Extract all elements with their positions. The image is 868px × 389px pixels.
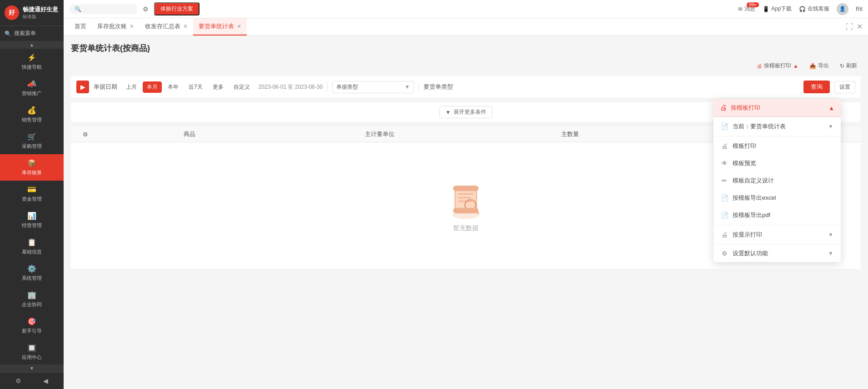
dropdown-print-icon: 🖨 (720, 104, 727, 112)
search-label: 搜索菜单 (14, 30, 36, 37)
sidebar-item-label: 应用中心 (22, 354, 42, 361)
user-avatar[interactable]: 👤 (837, 3, 848, 15)
template-print-icon: 🖨 (721, 142, 728, 150)
messages-badge: 99+ (747, 2, 759, 7)
sidebar-item-finance[interactable]: 💳 资金管理 (0, 181, 64, 207)
date-label: 单据日期 (94, 83, 117, 91)
template-customize-label: 模板自定义设计 (733, 177, 774, 185)
template-icon: 📄 (721, 123, 728, 130)
topbar-search[interactable]: 🔍 (69, 4, 137, 14)
template-export-pdf-item[interactable]: 📄 按模板导出pdf (713, 207, 841, 224)
sidebar-item-label: 新手引导 (22, 328, 42, 334)
tab-inventory-batch[interactable]: 库存批次账 ✕ (92, 18, 140, 35)
tab-maximize-btn[interactable]: ⛶ (846, 23, 853, 31)
display-print-item[interactable]: 🖨 按显示打印 ▼ (713, 226, 841, 243)
settings-footer-btn[interactable]: ⚙ (15, 377, 21, 384)
sidebar-item-quick-nav[interactable]: ⚡ 快捷导航 (0, 49, 64, 75)
type-select[interactable]: 单据类型 ▼ (332, 81, 414, 93)
current-template-label: 当前：要货单统计表 (733, 122, 786, 131)
refresh-btn[interactable]: ↻ 刷新 (836, 60, 861, 71)
marketing-icon: 📣 (27, 80, 36, 88)
last-7-days-btn[interactable]: 近7天 (185, 81, 207, 93)
sidebar-item-label: 营销推广 (22, 90, 42, 97)
expand-label: 展开更多条件 (454, 108, 486, 116)
print-template-btn[interactable]: 🖨 按模板打印 ▲ (753, 60, 802, 71)
settings-btn[interactable]: 设置 (834, 81, 855, 93)
tab-receipt-summary-close[interactable]: ✕ (183, 23, 188, 30)
custom-date-btn[interactable]: 自定义 (229, 81, 254, 93)
sidebar-item-basic[interactable]: 📋 基础信息 (0, 233, 64, 260)
appstore-icon: 🔲 (27, 344, 36, 352)
dropdown-title: 按模板打印 (731, 104, 760, 112)
dropdown-header[interactable]: 🖨 按模板打印 ▲ (713, 99, 841, 117)
sidebar-scroll-down[interactable]: ▼ (0, 364, 64, 372)
query-btn[interactable]: 查询 (803, 81, 830, 93)
sidebar-item-marketing[interactable]: 📣 营销推广 (0, 75, 64, 101)
trial-btn[interactable]: 体验行业方案 (154, 2, 200, 15)
prev-month-btn[interactable]: 上月 (122, 81, 141, 93)
sidebar-item-enterprise[interactable]: 🏢 企业协同 (0, 286, 64, 313)
export-btn[interactable]: 📤 导出 (806, 60, 833, 71)
set-default-label: 设置默认功能 (733, 249, 768, 258)
sidebar-item-appstore[interactable]: 🔲 应用中心 (0, 339, 64, 364)
app-download-btn[interactable]: 📱 App下载 (763, 5, 792, 13)
tab-inventory-batch-close[interactable]: ✕ (130, 23, 134, 30)
current-year-btn[interactable]: 本年 (164, 81, 183, 93)
tab-receipt-summary-label: 收发存汇总表 (145, 22, 180, 30)
tab-home[interactable]: 首页 (69, 18, 92, 35)
col-settings[interactable]: ⚙ (76, 131, 95, 138)
sidebar-item-operations[interactable]: 📊 经营管理 (0, 207, 64, 233)
print-template-label: 按模板打印 (764, 62, 791, 70)
tab-order-stats[interactable]: 要货单统计表 ✕ (193, 18, 247, 35)
template-preview-item[interactable]: 👁 模板预览 (713, 155, 841, 172)
tab-home-label: 首页 (75, 22, 86, 30)
sidebar-footer: ⚙ ◀ (0, 372, 64, 389)
sidebar-item-newbie[interactable]: 🎯 新手引导 (0, 313, 64, 339)
sidebar-scroll-up[interactable]: ▲ (0, 41, 64, 49)
online-service-btn[interactable]: 🎧 在线客服 (799, 5, 829, 13)
quick-nav-icon: ⚡ (27, 53, 36, 62)
enterprise-icon: 🏢 (27, 291, 36, 299)
sidebar: 好 畅捷通好生意 标准版 🔍 搜索菜单 ▲ ⚡ 快捷导航 📣 营销推广 💰 销售… (0, 0, 64, 389)
sidebar-item-label: 库存核算 (22, 169, 42, 176)
empty-text: 暂无数据 (453, 224, 479, 232)
messages-btn[interactable]: ✉ 消息 99+ (738, 5, 755, 13)
username-label: Rit (856, 6, 863, 12)
template-export-excel-item[interactable]: 📄 按模板导出excel (713, 189, 841, 207)
sidebar-item-purchase[interactable]: 🛒 采购管理 (0, 128, 64, 154)
set-default-item[interactable]: ⚙ 设置默认功能 ▼ (713, 245, 841, 262)
basic-icon: 📋 (27, 238, 36, 247)
date-buttons: 上月 本月 本年 近7天 更多 自定义 (122, 81, 254, 93)
template-actions-section: 🖨 模板打印 👁 模板预览 ✏ 模板自定义设计 📄 按模板导出excel 📄 (713, 136, 841, 225)
system-icon: ⚙️ (27, 264, 36, 273)
sidebar-search[interactable]: 🔍 搜索菜单 (0, 26, 64, 41)
template-print-item[interactable]: 🖨 模板打印 (713, 137, 841, 155)
order-type-label: 要货单类型 (424, 83, 453, 91)
sidebar-item-inventory[interactable]: 📦 库存核算 (0, 154, 64, 181)
topbar-gear-btn[interactable]: ⚙ (143, 5, 149, 13)
service-icon: 🎧 (799, 6, 806, 12)
sidebar-item-system[interactable]: ⚙️ 系统管理 (0, 260, 64, 286)
sidebar-item-sales[interactable]: 💰 销售管理 (0, 101, 64, 128)
dropdown-close-arrow[interactable]: ▲ (828, 105, 834, 111)
sound-footer-btn[interactable]: ◀ (43, 377, 48, 384)
template-preview-label: 模板预览 (733, 159, 756, 167)
template-customize-item[interactable]: ✏ 模板自定义设计 (713, 172, 841, 189)
current-month-btn[interactable]: 本月 (143, 81, 162, 93)
filter-expand-btn[interactable]: ▶ (76, 81, 89, 93)
topbar-search-icon: 🔍 (75, 6, 81, 12)
template-print-label: 模板打印 (733, 142, 756, 150)
refresh-icon: ↻ (840, 63, 844, 69)
content-area: 要货单统计表(按商品) 🖨 按模板打印 ▲ 📤 导出 ↻ 刷新 ▶ 单据日期 上… (64, 35, 868, 389)
tab-order-stats-close[interactable]: ✕ (237, 23, 241, 30)
tabs-actions: ⛶ ✕ (846, 22, 863, 31)
expand-more-btn[interactable]: ▼ 展开更多条件 (439, 106, 492, 118)
logo-sub: 标准版 (23, 14, 58, 20)
sidebar-item-label: 基础信息 (22, 248, 42, 255)
current-template-item[interactable]: 📄 当前：要货单统计表 ▼ (713, 118, 841, 135)
more-date-btn[interactable]: 更多 (209, 81, 228, 93)
print-up-arrow: ▲ (793, 63, 798, 69)
sales-icon: 💰 (27, 106, 36, 115)
tab-receipt-summary[interactable]: 收发存汇总表 ✕ (140, 18, 193, 35)
tab-close-all-btn[interactable]: ✕ (857, 22, 863, 31)
